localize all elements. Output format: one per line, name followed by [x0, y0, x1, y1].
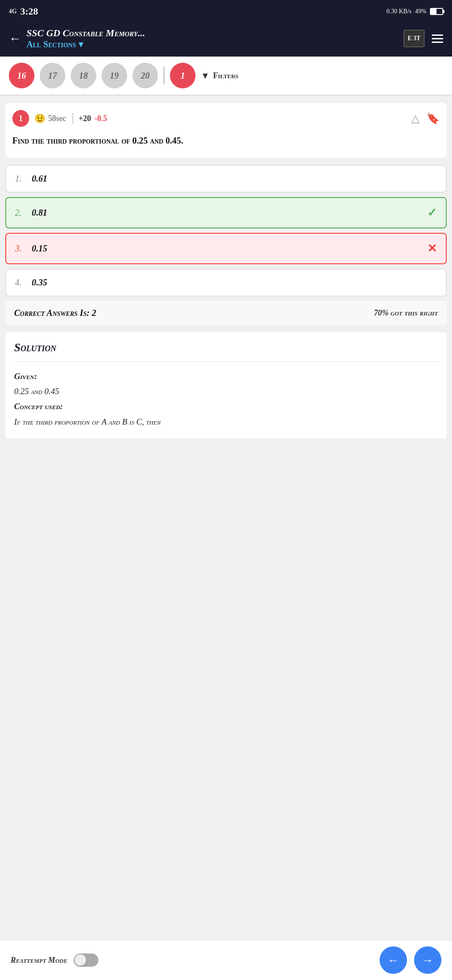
meta-right: △ 🔖	[411, 112, 440, 125]
battery-percentage: 49%	[415, 8, 426, 15]
option-4-number: 4.	[15, 277, 26, 288]
status-left: 4G 3:28	[9, 6, 38, 17]
alert-icon[interactable]: △	[411, 112, 419, 125]
option-1[interactable]: 1. 0.61	[5, 165, 447, 193]
concept-text-line: If the third proportion of A and B is C,…	[14, 414, 438, 429]
q-pill-18[interactable]: 18	[71, 63, 96, 88]
option-2-number: 2.	[15, 208, 26, 218]
timer-value: 58sec	[48, 114, 66, 123]
bottom-bar: Reattempt Mode ← →	[0, 940, 452, 980]
back-button[interactable]: ←	[9, 31, 21, 46]
solution-section: Solution Given: 0.25 and 0.45 Concept us…	[5, 332, 447, 438]
option-2-left: 2. 0.81	[15, 208, 47, 218]
given-line: Given:	[14, 369, 438, 384]
nav-divider	[163, 67, 165, 84]
option-4-value: 0.35	[32, 277, 47, 288]
nav-subtitle-dropdown[interactable]: All Sections ▾	[26, 39, 145, 49]
timer-icon: 😟	[34, 113, 45, 124]
q-pill-19[interactable]: 19	[102, 63, 127, 88]
percentage-right: 70% got this right	[374, 308, 438, 318]
nav-title: SSC GD Constable Memory...	[26, 27, 145, 39]
option-3[interactable]: 3. 0.15 ✕	[5, 233, 447, 264]
score-area: +20 -0.5	[79, 114, 107, 123]
given-text: 0.25 and 0.45	[14, 387, 59, 396]
correct-checkmark-icon: ✓	[427, 206, 437, 220]
question-number-badge: 1	[12, 110, 29, 127]
solution-title: Solution	[14, 341, 438, 354]
result-summary: Correct Answers Is: 2 70% got this right	[5, 301, 447, 325]
wrong-cross-icon: ✕	[427, 242, 437, 255]
q-pill-16[interactable]: 16	[9, 63, 34, 88]
network-speed: 0.30 KB/s	[387, 8, 412, 15]
option-2[interactable]: 2. 0.81 ✓	[5, 197, 447, 228]
toggle-knob	[75, 954, 86, 966]
option-2-value: 0.81	[32, 208, 47, 218]
reattempt-area: Reattempt Mode	[11, 953, 98, 967]
prev-question-button[interactable]: ←	[380, 946, 407, 974]
correct-answer-label: Correct Answers Is: 2	[14, 308, 96, 318]
concept-text: If the third proportion of A and B is C,…	[14, 417, 161, 426]
nav-title-area: SSC GD Constable Memory... All Sections …	[26, 27, 145, 49]
option-3-left: 3. 0.15	[15, 243, 47, 254]
question-card: 1 😟 58sec +20 -0.5 △ 🔖 Find the third pr…	[5, 103, 447, 158]
options-container: 1. 0.61 2. 0.81 ✓ 3. 0.15 ✕ 4. 0.35	[5, 165, 447, 296]
option-1-left: 1. 0.61	[15, 174, 47, 184]
bookmark-icon[interactable]: 🔖	[426, 112, 440, 125]
concept-label: Concept used:	[14, 402, 63, 411]
q-pill-17[interactable]: 17	[40, 63, 65, 88]
score-plus: +20	[79, 114, 91, 123]
nav-buttons: ← →	[380, 946, 441, 974]
reattempt-label: Reattempt Mode	[11, 956, 68, 965]
solution-divider	[14, 361, 438, 362]
dropdown-arrow-icon: ▾	[79, 39, 83, 49]
option-3-number: 3.	[15, 243, 26, 254]
nav-right: E 3T	[403, 30, 443, 47]
option-3-value: 0.15	[32, 243, 47, 254]
timer-area: 😟 58sec	[34, 113, 73, 124]
option-1-number: 1.	[15, 174, 26, 184]
section-label: All Sections	[26, 39, 76, 49]
status-right: 0.30 KB/s 49%	[387, 8, 443, 15]
q-pill-1[interactable]: 1	[170, 63, 196, 88]
filter-label: Filters	[213, 71, 239, 80]
question-meta: 1 😟 58sec +20 -0.5 △ 🔖	[12, 110, 440, 127]
filter-button[interactable]: ▼ Filters	[201, 71, 238, 81]
question-nav: 16 17 18 19 20 1 ▼ Filters	[0, 57, 452, 96]
given-value: 0.25 and 0.45	[14, 384, 438, 399]
battery-icon	[430, 8, 443, 15]
q-pill-20[interactable]: 20	[132, 63, 158, 88]
filter-icon: ▼	[201, 71, 210, 81]
question-text: Find the third proportional of 0.25 and …	[12, 134, 440, 147]
top-nav: ← SSC GD Constable Memory... All Section…	[0, 23, 452, 57]
exam-badge: E 3T	[403, 30, 425, 47]
next-question-button[interactable]: →	[414, 946, 441, 974]
score-minus: -0.5	[94, 114, 107, 123]
option-4[interactable]: 4. 0.35	[5, 269, 447, 296]
option-1-value: 0.61	[32, 174, 47, 184]
nav-left: ← SSC GD Constable Memory... All Section…	[9, 27, 145, 49]
option-4-left: 4. 0.35	[15, 277, 47, 288]
solution-body: Given: 0.25 and 0.45 Concept used: If th…	[14, 369, 438, 429]
concept-line: Concept used:	[14, 399, 438, 414]
given-label: Given:	[14, 372, 37, 381]
reattempt-toggle[interactable]	[74, 953, 98, 967]
hamburger-menu[interactable]	[432, 34, 443, 43]
status-time: 3:28	[20, 6, 38, 17]
status-bar: 4G 3:28 0.30 KB/s 49%	[0, 0, 452, 23]
signal-indicator: 4G	[9, 8, 17, 15]
